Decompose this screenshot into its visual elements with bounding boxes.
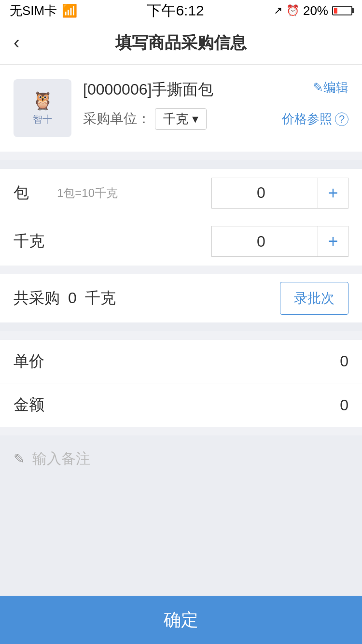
remark-section[interactable]: ✎ 输入备注 xyxy=(0,435,362,482)
confirm-button-label: 确定 xyxy=(164,608,198,632)
summary-section: 共采购 0 千克 录批次 xyxy=(0,274,362,322)
price-ref-help-icon: ? xyxy=(335,112,348,126)
carrier-text: 无SIM卡 xyxy=(10,2,57,19)
amount-label: 金额 xyxy=(14,394,44,416)
unit-price-label: 单价 xyxy=(14,351,44,372)
product-image: 🦉 智十 xyxy=(14,79,71,137)
section-divider-1 xyxy=(0,160,362,169)
kg-quantity-input[interactable] xyxy=(211,226,318,257)
bag-input-controls: + xyxy=(118,178,348,209)
bag-quantity-input[interactable] xyxy=(211,178,318,209)
nav-bar: ‹ 填写商品采购信息 xyxy=(0,21,362,65)
kg-quantity-row: 千克 + xyxy=(0,217,362,266)
product-logo-icon: 🦉 xyxy=(32,91,54,111)
bag-sublabel: 1包=10千克 xyxy=(57,185,118,201)
page-title: 填写商品采购信息 xyxy=(115,32,247,54)
status-time: 下午6:12 xyxy=(147,1,204,21)
wifi-icon: 📶 xyxy=(62,3,77,18)
product-card: 🦉 智十 [0000006]手撕面包 ✎编辑 采购单位： 千克 ▾ 价格参照 ? xyxy=(0,65,362,152)
price-section: 单价 0 金额 0 xyxy=(0,340,362,427)
summary-row: 共采购 0 千克 录批次 xyxy=(0,274,362,322)
pencil-icon: ✎ xyxy=(14,451,25,467)
quantity-input-section: 包 1包=10千克 + 千克 + xyxy=(0,169,362,266)
back-button[interactable]: ‹ xyxy=(14,32,20,53)
unit-price-row: 单价 0 xyxy=(0,340,362,383)
product-edit-button[interactable]: ✎编辑 xyxy=(313,79,348,96)
bag-label: 包 xyxy=(14,182,52,204)
amount-value: 0 xyxy=(340,396,348,414)
bag-quantity-row: 包 1包=10千克 + xyxy=(0,169,362,217)
status-left: 无SIM卡 📶 xyxy=(10,2,77,19)
section-divider-2 xyxy=(0,322,362,331)
status-right: ↗ ⏰ 20% xyxy=(274,3,352,18)
battery-percent: 20% xyxy=(303,3,328,18)
unit-label: 采购单位： xyxy=(83,111,151,126)
unit-price-value: 0 xyxy=(340,352,348,370)
summary-text: 共采购 0 千克 xyxy=(14,288,116,309)
kg-input-controls: + xyxy=(52,226,348,257)
battery-icon xyxy=(332,6,352,15)
remark-placeholder: 输入备注 xyxy=(32,449,90,469)
kg-plus-button[interactable]: + xyxy=(318,226,348,257)
product-logo-text: 智十 xyxy=(33,113,52,126)
product-name: [0000006]手撕面包 xyxy=(83,79,213,100)
location-icon: ↗ xyxy=(274,4,282,17)
summary-label: 共采购 xyxy=(14,289,60,307)
battery-fill xyxy=(334,8,337,14)
bag-plus-button[interactable]: + xyxy=(318,178,348,209)
product-unit-row: 采购单位： 千克 ▾ 价格参照 ? xyxy=(83,108,348,130)
unit-label-group: 采购单位： 千克 ▾ xyxy=(83,108,207,130)
product-info: [0000006]手撕面包 ✎编辑 采购单位： 千克 ▾ 价格参照 ? xyxy=(83,79,348,130)
status-bar: 无SIM卡 📶 下午6:12 ↗ ⏰ 20% xyxy=(0,0,362,21)
record-batch-button[interactable]: 录批次 xyxy=(280,282,348,315)
product-title-row: [0000006]手撕面包 ✎编辑 xyxy=(83,79,348,100)
dropdown-icon: ▾ xyxy=(192,112,198,126)
unit-value: 千克 xyxy=(163,111,188,127)
confirm-button[interactable]: 确定 xyxy=(0,596,362,644)
summary-unit: 千克 xyxy=(85,289,116,307)
summary-amount: 0 xyxy=(68,289,77,307)
alarm-icon: ⏰ xyxy=(286,4,299,17)
unit-select[interactable]: 千克 ▾ xyxy=(155,108,207,130)
kg-label: 千克 xyxy=(14,231,52,252)
price-ref-label: 价格参照 xyxy=(282,111,332,127)
price-ref-button[interactable]: 价格参照 ? xyxy=(282,111,348,127)
amount-row: 金额 0 xyxy=(0,383,362,427)
